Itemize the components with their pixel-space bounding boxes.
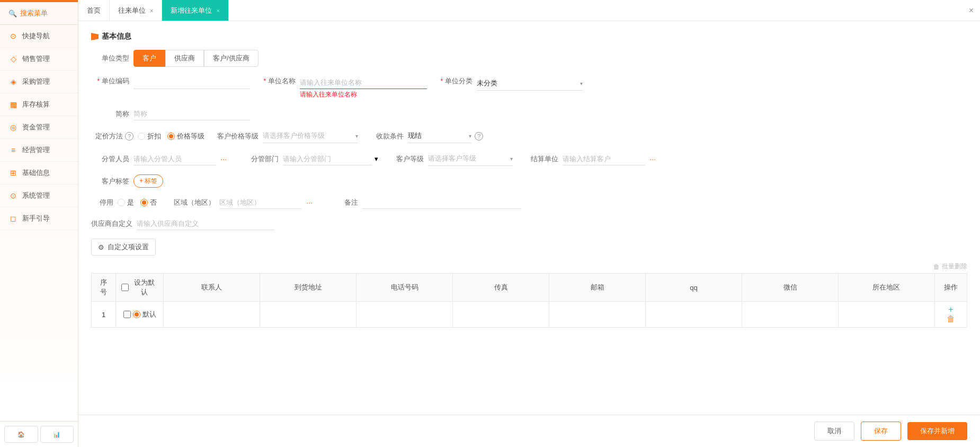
pricing-help-icon[interactable]: ? — [125, 132, 133, 141]
row-fax[interactable] — [453, 302, 549, 328]
row-region-input[interactable] — [844, 311, 929, 319]
pricing-price-level-label: 价格等级 — [177, 132, 204, 141]
col-phone: 电话号码 — [357, 274, 453, 302]
select-all-checkbox[interactable] — [121, 284, 129, 291]
row-qq[interactable] — [646, 302, 742, 328]
sidebar-item-guide[interactable]: ◻ 新手引导 — [0, 207, 78, 230]
tab-home[interactable]: 首页 — [78, 0, 110, 21]
unit-name-label: 单位名称 — [263, 76, 300, 86]
row-qq-input[interactable] — [651, 311, 736, 319]
type-btn-customer[interactable]: 客户 — [133, 50, 165, 67]
sidebar-item-system[interactable]: ⊙ 系统管理 — [0, 185, 78, 207]
sidebar-item-inventory[interactable]: ▦ 库存核算 — [0, 93, 78, 116]
sidebar-item-purchase[interactable]: ◈ 采购管理 — [0, 71, 78, 93]
row-add-button[interactable]: + — [947, 305, 955, 314]
sidebar-item-sales[interactable]: ◇ 销售管理 — [0, 48, 78, 71]
row-wechat[interactable] — [742, 302, 839, 328]
sidebar-item-finance[interactable]: ◎ 资金管理 — [0, 116, 78, 139]
custom-settings-button[interactable]: ⚙ 自定义项设置 — [91, 239, 156, 256]
row-wechat-input[interactable] — [747, 311, 833, 319]
type-btn-both[interactable]: 客户/供应商 — [204, 50, 259, 67]
payment-terms-help-icon[interactable]: ? — [475, 132, 483, 141]
row-phone[interactable] — [357, 302, 453, 328]
row-region[interactable] — [838, 302, 934, 328]
tab-new-partner-label: 新增往来单位 — [171, 6, 212, 15]
tab-new-partner[interactable]: 新增往来单位 × — [162, 0, 228, 21]
settlement-unit-input[interactable] — [563, 153, 645, 165]
row-default-label: 默认 — [142, 310, 156, 319]
save-button[interactable]: 保存 — [861, 422, 901, 441]
tab-partner-label: 往来单位 — [118, 6, 146, 15]
settlement-unit-more-icon[interactable]: ··· — [647, 155, 658, 163]
row-contact[interactable] — [164, 302, 260, 328]
unit-category-value: 未分类 — [477, 78, 578, 88]
pricing-discount-label: 折扣 — [147, 132, 161, 141]
unit-category-chevron-icon: ▾ — [580, 81, 583, 86]
manager-input[interactable] — [133, 153, 216, 165]
disabled-yes-radio[interactable]: 是 — [118, 198, 134, 207]
table-header: 序号 设为默认 联系人 到货地址 电话号码 传真 邮箱 qq 微信 所在地区 — [92, 274, 967, 302]
department-field: ▾ — [283, 153, 378, 165]
sidebar-label-operations: 经营管理 — [22, 145, 50, 155]
section-flag-icon — [91, 33, 99, 40]
unit-category-select[interactable]: 未分类 ▾ — [477, 76, 583, 91]
type-btn-supplier[interactable]: 供应商 — [165, 50, 204, 67]
row-address-input[interactable] — [265, 311, 351, 319]
short-name-input[interactable] — [133, 108, 250, 120]
short-name-row: 简称 — [91, 108, 967, 120]
basic-icon: ⊞ — [8, 168, 18, 178]
save-and-add-button[interactable]: 保存并新增 — [907, 422, 967, 440]
remark-input[interactable] — [362, 196, 521, 209]
supplier-custom-label: 供应商自定义 — [91, 219, 137, 229]
customer-price-level-select[interactable]: 请选择客户价格等级 ▾ — [263, 129, 358, 143]
region-more-icon[interactable]: ··· — [304, 198, 315, 207]
manager-more-icon[interactable]: ··· — [218, 155, 229, 163]
disabled-label: 停用 — [91, 198, 118, 207]
system-icon: ⊙ — [8, 191, 18, 200]
pricing-price-level-radio[interactable]: 价格等级 — [167, 132, 204, 141]
payment-terms-select[interactable]: 现结 ▾ — [408, 129, 471, 143]
disabled-no-label: 否 — [150, 198, 157, 207]
sidebar-item-quick-nav[interactable]: ⊙ 快捷导航 — [0, 25, 78, 48]
row-contact-input[interactable] — [169, 311, 254, 319]
inventory-icon: ▦ — [8, 100, 18, 109]
pricing-discount-circle — [138, 133, 145, 140]
row-default-radio[interactable]: 默认 — [133, 310, 156, 319]
close-all-tabs-button[interactable]: × — [963, 0, 980, 21]
row-checkbox[interactable] — [123, 311, 131, 318]
sidebar-bottom-bar: 🏠 📊 — [0, 421, 78, 447]
sidebar-label-quick-nav: 快捷导航 — [22, 31, 50, 41]
payment-terms-chevron-icon: ▾ — [469, 133, 471, 139]
row-email-input[interactable] — [555, 311, 640, 319]
pricing-discount-radio[interactable]: 折扣 — [138, 132, 161, 141]
remark-field — [362, 196, 521, 209]
supplier-custom-input[interactable] — [137, 217, 274, 230]
tab-partner-close[interactable]: × — [150, 7, 153, 14]
disabled-no-radio[interactable]: 否 — [140, 198, 157, 207]
row-email[interactable] — [549, 302, 646, 328]
department-input[interactable] — [283, 153, 372, 165]
sidebar-item-operations[interactable]: ≡ 经营管理 — [0, 139, 78, 162]
tab-new-partner-close[interactable]: × — [216, 7, 219, 14]
row-fax-input[interactable] — [458, 311, 544, 319]
row-address[interactable] — [260, 302, 357, 328]
unit-code-input[interactable]: 000009 — [133, 76, 250, 89]
contacts-table: 序号 设为默认 联系人 到货地址 电话号码 传真 邮箱 qq 微信 所在地区 — [91, 273, 967, 328]
sidebar-bottom-btn-2[interactable]: 📊 — [40, 426, 74, 443]
row-delete-button[interactable]: 🗑 — [945, 314, 957, 324]
short-name-field — [133, 108, 250, 120]
cancel-button[interactable]: 取消 — [814, 422, 854, 441]
sidebar-search-button[interactable]: 🔍 搜索菜单 — [0, 2, 78, 25]
sidebar-item-basic[interactable]: ⊞ 基础信息 — [0, 162, 78, 185]
customer-level-select[interactable]: 请选择客户等级 ▾ — [428, 152, 513, 166]
add-tag-button[interactable]: + 标签 — [133, 174, 163, 188]
region-input[interactable] — [219, 196, 302, 209]
finance-icon: ◎ — [8, 122, 18, 132]
row-phone-input[interactable] — [362, 311, 447, 319]
col-seq: 序号 — [92, 274, 116, 302]
pricing-price-level-circle — [167, 133, 175, 140]
unit-name-input[interactable] — [300, 76, 427, 89]
col-email: 邮箱 — [549, 274, 646, 302]
tab-partner[interactable]: 往来单位 × — [110, 0, 162, 21]
sidebar-bottom-btn-1[interactable]: 🏠 — [4, 426, 38, 443]
